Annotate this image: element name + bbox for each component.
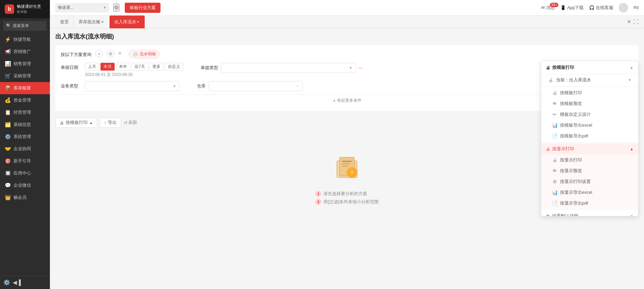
date-btn-this-month[interactable]: 本月 — [100, 63, 115, 71]
search-menu-button[interactable]: 🔍 搜索菜单 — [3, 21, 47, 31]
date-range-display: 2023-06-01 至 2023-06-30 — [85, 72, 183, 78]
tab-batch-account-close[interactable]: × — [100, 19, 105, 24]
member-icon: 👑 — [5, 194, 11, 201]
header-gear-button[interactable]: ⚙ — [113, 4, 119, 11]
tab-close-all-button[interactable]: ✕ — [627, 19, 631, 25]
tab-batch-account[interactable]: 库存批次账 × — [74, 16, 110, 28]
sidebar-label-system: 系统管理 — [13, 134, 31, 140]
sidebar-settings-button[interactable]: ⚙️ — [3, 279, 9, 286]
dp-display-preview[interactable]: 👁 按显示预览 — [541, 165, 638, 176]
dp-divider-1 — [541, 86, 638, 87]
sidebar-item-operations[interactable]: 📋 经营管理 — [0, 106, 50, 119]
date-btn-custom[interactable]: 自定义 — [165, 63, 183, 71]
dp-template-preview-label: 按模板预览 — [560, 101, 582, 107]
empty-steps-list: 1 请先选择要分析的方案 2 用[过滤]条件来缩小分析范围 — [315, 191, 378, 207]
tab-inout-flow[interactable]: 出入库流水 × — [110, 16, 145, 28]
tag-icon: ⚪ — [133, 52, 138, 57]
user-selector[interactable]: 畅捷通... ▼ — [55, 3, 109, 12]
sidebar-item-app-center[interactable]: 🔲 应用中心 — [0, 167, 50, 179]
page-title: 出入库流水(流水明细) — [55, 32, 639, 41]
dp-display-title: 按显示打印 — [552, 146, 574, 152]
dp-display-pdf[interactable]: 📄 按显示导出pdf — [541, 198, 638, 209]
dp-display-print[interactable]: 🖨 按显示打印 — [541, 155, 638, 165]
dp-display-label: 🖨 按显示打印 — [546, 146, 574, 152]
sidebar-item-base-info[interactable]: 🗂️ 基础信息 — [0, 119, 50, 131]
date-btn-this-year[interactable]: 本年 — [116, 63, 130, 71]
tag-label: 流水明细 — [140, 51, 156, 57]
sidebar-bottom: ⚙️ ◀▐ — [0, 275, 50, 289]
empty-icon: ! — [330, 151, 364, 185]
user-avatar[interactable] — [619, 3, 628, 12]
warehouse-label: 仓库 — [197, 83, 206, 89]
message-button[interactable]: ✉ 消息 99+ — [541, 5, 555, 11]
warehouse-filter: 仓库 ··· — [197, 81, 303, 91]
sidebar-item-wechat[interactable]: 💬 企业微信 — [0, 179, 50, 191]
dp-template-print-label: 按模板打印 — [560, 90, 582, 96]
dp-template-print[interactable]: 🖨 按模板打印 — [541, 87, 638, 98]
dp-template-pdf-icon: 📄 — [552, 133, 557, 139]
sidebar: b 畅捷通好生意 标准版 🔍 搜索菜单 ⚡ 快捷导航 📢 营销推广 📊 销售管理… — [0, 0, 50, 289]
sidebar-item-collab[interactable]: 🤝 企业协同 — [0, 143, 50, 155]
operations-icon: 📋 — [5, 109, 11, 115]
dp-display-arrow-icon: ▲ — [630, 147, 634, 151]
doc-type-select[interactable]: ▼ — [221, 63, 356, 73]
sidebar-item-purchase[interactable]: 🛒 采购管理 — [0, 70, 50, 82]
refresh-button[interactable]: ↺ 刷新 — [124, 120, 137, 126]
step2-text: 用[过滤]条件来缩小分析范围 — [323, 199, 378, 205]
dp-display-excel[interactable]: 📊 按显示导出excel — [541, 187, 638, 198]
sidebar-item-inventory[interactable]: 📦 库存核算 — [0, 82, 50, 94]
phone-icon: 📱 — [560, 5, 566, 10]
dp-template-design[interactable]: ✏ 模板自定义设计 — [541, 109, 638, 120]
tab-home[interactable]: 首页 — [55, 16, 74, 28]
dp-display-section-header[interactable]: 🖨 按显示打印 ▲ — [541, 143, 638, 155]
dp-title: 🖨 按模板打印 — [546, 64, 574, 71]
date-btn-7days[interactable]: 近7天 — [131, 63, 148, 71]
dp-header: 🖨 按模板打印 ▲ — [541, 61, 638, 74]
biz-type-select[interactable]: ▼ — [85, 81, 179, 91]
tab-inout-flow-close[interactable]: × — [136, 19, 140, 24]
dp-template-excel[interactable]: 📊 按模板导出excel — [541, 120, 638, 131]
date-btn-more[interactable]: 更多 — [149, 63, 164, 71]
sidebar-label-base-info: 基础信息 — [13, 122, 31, 128]
dp-collapse-arrow-icon[interactable]: ▲ — [630, 65, 634, 70]
app-download-button[interactable]: 📱 App下载 — [560, 5, 584, 11]
date-btn-last-month[interactable]: 上月 — [85, 63, 99, 71]
filter-settings-button[interactable]: ⚙ — [107, 50, 114, 57]
tab-batch-account-label: 库存批次账 — [79, 19, 100, 25]
online-service-button[interactable]: 🎧 在线客服 — [589, 5, 613, 11]
dp-template-print-icon: 🖨 — [552, 90, 557, 96]
print-up-arrow: ▲ — [89, 121, 93, 125]
sidebar-item-marketing[interactable]: 📢 营销推广 — [0, 46, 50, 58]
sidebar-label-wechat: 企业微信 — [13, 182, 31, 188]
dp-footer[interactable]: ⚙ 设置默认功能 ▼ — [541, 210, 638, 216]
filter-add-button[interactable]: + — [95, 50, 103, 57]
collab-icon: 🤝 — [5, 146, 11, 152]
warehouse-more-icon[interactable]: ··· — [295, 83, 300, 89]
warehouse-select[interactable]: ··· — [208, 81, 303, 91]
dp-current-template[interactable]: 🖨 当前：出入库流水 ▼ — [541, 74, 638, 86]
sidebar-item-guide[interactable]: 🎯 新手引导 — [0, 155, 50, 167]
sidebar-item-sales[interactable]: 📊 销售管理 — [0, 58, 50, 70]
export-button[interactable]: ↑ 导出 — [100, 117, 121, 128]
sidebar-item-quick-nav[interactable]: ⚡ 快捷导航 — [0, 33, 50, 46]
collapse-more-button[interactable]: ∧ 收起更多条件 — [333, 98, 361, 103]
doc-type-more-icon[interactable]: ··· — [358, 64, 363, 72]
sidebar-item-system[interactable]: ⚙️ 系统管理 — [0, 131, 50, 143]
dp-display-settings[interactable]: ⚙ 按显示打印设置 — [541, 176, 638, 187]
dp-display-print-label: 按显示打印 — [560, 157, 582, 163]
sidebar-item-member[interactable]: 👑 畅会员 — [0, 191, 50, 204]
step1-text: 请先选择要分析的方案 — [323, 191, 367, 197]
print-template-button[interactable]: 🖨 按模板打印 ▲ — [55, 117, 97, 128]
marketing-icon: 📢 — [5, 49, 11, 55]
dp-template-preview[interactable]: 👁 按模板预览 — [541, 98, 638, 109]
dp-template-pdf-label: 按模板导出pdf — [560, 133, 588, 139]
sidebar-label-app-center: 应用中心 — [13, 170, 31, 176]
tab-expand-button[interactable]: ⛶ — [633, 19, 639, 25]
sidebar-collapse-button[interactable]: ◀▐ — [13, 279, 21, 286]
filter-tag[interactable]: ⚪ 流水明细 — [129, 50, 159, 58]
sidebar-item-finance[interactable]: 💰 资金管理 — [0, 94, 50, 106]
dp-template-pdf[interactable]: 📄 按模板导出pdf — [541, 131, 638, 141]
trial-btn[interactable]: 体验行业方案 — [125, 3, 160, 13]
filter-collapse-button[interactable]: « — [118, 50, 121, 56]
dp-title-label: 按模板打印 — [552, 64, 574, 71]
